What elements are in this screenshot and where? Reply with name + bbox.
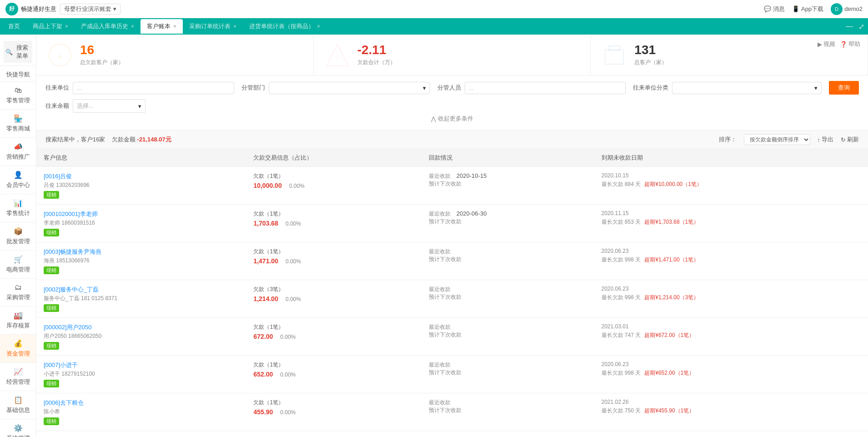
tab-maximize-button[interactable]: ⤢ bbox=[857, 22, 866, 31]
collapse-filter-button[interactable]: ⋀ 收起更多条件 bbox=[45, 113, 859, 125]
sidebar-item-member[interactable]: 👤 会员中心 bbox=[0, 166, 36, 194]
app-download-button[interactable]: 📱 App下载 bbox=[792, 5, 823, 13]
next-payment-label-5: 预计下次收款 bbox=[429, 369, 587, 377]
sidebar-item-retail-mgmt[interactable]: 🛍 零售管理 bbox=[0, 82, 36, 110]
overdue-amount-link-2[interactable]: 超期¥1,471.00（1笔） bbox=[644, 256, 699, 264]
svg-text:¥: ¥ bbox=[58, 53, 62, 60]
tab-produce[interactable]: 产成品入库单历史 × bbox=[75, 19, 140, 34]
due-date-4: 2021.03.01 bbox=[602, 323, 861, 330]
filter-row-1: 往来单位 ... 分管部门 ▾ 分管人员 ... bbox=[45, 81, 859, 95]
tab-home[interactable]: 首页 bbox=[2, 19, 26, 34]
retail-mgmt-icon: 🛍 bbox=[2, 86, 34, 95]
tab-goods[interactable]: 商品上下架 × bbox=[26, 19, 75, 34]
help-action-button[interactable]: ❓ 帮助 bbox=[840, 40, 860, 48]
search-button[interactable]: 查询 bbox=[829, 81, 859, 95]
tab-close-customer[interactable]: × bbox=[173, 23, 176, 30]
sidebar-item-ecommerce[interactable]: 🛒 电商管理 bbox=[0, 251, 36, 279]
filter-row-2: 往来余额 选择... ▾ bbox=[45, 99, 859, 113]
overdue-amount-link-0[interactable]: 超期¥10,000.00（1笔） bbox=[644, 181, 702, 188]
stat-card-debt-customers: ¥ 16 总欠款客户（家） bbox=[36, 35, 314, 75]
sidebar-item-warehouse[interactable]: 🏭 库存核算 bbox=[0, 306, 36, 335]
table-row: [0007]小进干 小进干 18279152100 现销 欠款（1笔） 652.… bbox=[36, 356, 868, 393]
cell-payment-3: 最近收款 预计下次收款 bbox=[421, 280, 594, 318]
video-action-button[interactable]: ▶ 视频 bbox=[818, 40, 835, 48]
table-row: [0003]畅捷服务尹海燕 海燕 18513066976 现销 欠款（1笔） 1… bbox=[36, 242, 868, 280]
cell-due-2: 2020.06.23 最长欠款 998 天 超期¥1,471.00（1笔） bbox=[594, 242, 868, 280]
customer-name-link-1[interactable]: [0001020001]李老师 bbox=[44, 211, 98, 217]
tab-close-purchase[interactable]: × bbox=[233, 23, 236, 30]
sidebar-item-retail-stats[interactable]: 📊 零售统计 bbox=[0, 194, 36, 222]
tab-close-produce[interactable]: × bbox=[131, 23, 134, 30]
tab-close-incoming[interactable]: × bbox=[317, 23, 320, 30]
top-bar-right: 💬 消息 📱 App下载 D demo2 bbox=[764, 3, 863, 15]
sidebar-quick-nav[interactable]: 快捷导航 bbox=[0, 68, 36, 82]
tab-minimize-button[interactable]: — bbox=[844, 22, 855, 31]
sidebar-item-retail-mall[interactable]: 🏪 零售商城 bbox=[0, 110, 36, 138]
sort-label: 排序： bbox=[719, 136, 737, 144]
sidebar-item-batch-mgmt[interactable]: 📦 批发管理 bbox=[0, 222, 36, 251]
search-menu-button[interactable]: 🔍 搜索菜单 bbox=[4, 41, 32, 63]
sort-select[interactable]: 按欠款金额倒序排序 bbox=[744, 134, 810, 145]
debt-amount-4: 672.00 bbox=[253, 333, 273, 340]
ecommerce-icon: 🛒 bbox=[2, 255, 34, 264]
filter-input-category[interactable]: ▾ bbox=[672, 82, 822, 94]
filter-input-dept[interactable]: ▾ bbox=[269, 82, 430, 94]
tab-customer[interactable]: 客户账本 × bbox=[140, 19, 183, 34]
stat-icon-total-customers bbox=[602, 42, 627, 68]
result-bar: 搜索结果中，客户16家 欠款金额 -21,148.07元 排序： 按欠款金额倒序… bbox=[36, 131, 868, 149]
overdue-amount-link-3[interactable]: 超期¥1,214.00（3笔） bbox=[644, 294, 699, 301]
tab-purchase[interactable]: 采购订单统计表 × bbox=[183, 19, 243, 34]
table-container: 客户信息 欠款交易信息（占比） 回款情况 到期未收款日期 [0016]吕俊 吕俊… bbox=[36, 149, 868, 437]
customer-name-link-3[interactable]: [0002]服务中心_丁磊 bbox=[44, 286, 99, 293]
filter-label-category: 往来单位分类 bbox=[633, 84, 668, 92]
filter-label-person: 分管人员 bbox=[437, 84, 461, 92]
stat-card-debt-amount: ◇ -2.11 欠款合计（万） bbox=[314, 35, 591, 75]
customer-contact-0: 吕俊 13026203696 bbox=[44, 181, 239, 189]
tab-close-goods[interactable]: × bbox=[65, 23, 68, 30]
overdue-amount-link-1[interactable]: 超期¥1,703.68（1笔） bbox=[644, 218, 699, 226]
overdue-amount-link-4[interactable]: 超期¥672.00（1笔） bbox=[644, 332, 694, 339]
customer-name-link-4[interactable]: [000002]用户2050 bbox=[44, 324, 92, 331]
message-button[interactable]: 💬 消息 bbox=[764, 5, 785, 13]
customer-name-link-0[interactable]: [0016]吕俊 bbox=[44, 173, 72, 180]
refresh-button[interactable]: ↻ 刷新 bbox=[841, 136, 859, 144]
filter-input-person[interactable]: ... bbox=[465, 82, 626, 94]
overdue-amount-link-5[interactable]: 超期¥652.00（1笔） bbox=[644, 369, 694, 377]
col-header-due-date: 到期未收款日期 bbox=[594, 149, 868, 167]
customer-name-link-5[interactable]: [0007]小进干 bbox=[44, 362, 78, 368]
app-icon: 📱 bbox=[792, 5, 799, 12]
cell-customer-3: [0002]服务中心_丁磊 服务中心_丁磊 181 0125 8371 现销 bbox=[36, 280, 246, 318]
debt-percent-0: 0.00% bbox=[289, 183, 305, 189]
filter-input-unit[interactable]: ... bbox=[73, 82, 234, 94]
user-menu[interactable]: D demo2 bbox=[831, 3, 863, 15]
cell-due-6: 2021.02.26 最长欠款 750 天 超期¥455.90（1笔） bbox=[594, 393, 868, 431]
filter-input-balance[interactable]: 选择... ▾ bbox=[73, 99, 146, 113]
customer-name-link-6[interactable]: [0006]去下粮仓 bbox=[44, 399, 84, 406]
customer-tag-0: 现销 bbox=[44, 191, 59, 199]
customer-name-link-2[interactable]: [0003]畅捷服务尹海燕 bbox=[44, 248, 101, 255]
sidebar-item-sys-mgmt[interactable]: ⚙️ 系统管理 bbox=[0, 419, 36, 437]
sidebar-item-finance[interactable]: 💰 资金管理 bbox=[0, 335, 36, 363]
store-selector[interactable]: 母婴行业演示账套 ▾ bbox=[60, 4, 120, 15]
customer-contact-1: 李老师 18600391516 bbox=[44, 219, 239, 227]
stat-value-debt-customers: 16 bbox=[80, 43, 302, 57]
filter-item-dept: 分管部门 ▾ bbox=[241, 82, 430, 94]
sidebar-item-marketing[interactable]: 📣 营销推广 bbox=[0, 138, 36, 166]
logo-text: 畅捷通好生意 bbox=[21, 5, 56, 13]
overdue-days-5: 最长欠款 998 天 bbox=[602, 369, 641, 377]
sidebar-item-basic-info[interactable]: 📋 基础信息 bbox=[0, 391, 36, 419]
sys-mgmt-icon: ⚙️ bbox=[2, 424, 34, 432]
export-button[interactable]: ↑ 导出 bbox=[818, 136, 834, 144]
tab-incoming[interactable]: 进货单统计表（按商品） × bbox=[243, 19, 326, 34]
filter-input-unit-placeholder: ... bbox=[77, 85, 82, 91]
debt-total-value: -21,148.07元 bbox=[137, 136, 171, 143]
stat-icon-debt-amount: ◇ bbox=[325, 42, 350, 68]
filter-item-unit: 往来单位 ... bbox=[45, 82, 234, 94]
overdue-amount-link-6[interactable]: 超期¥455.90（1笔） bbox=[644, 407, 694, 415]
message-icon: 💬 bbox=[764, 5, 771, 12]
customer-contact-5: 小进干 18279152100 bbox=[44, 370, 239, 378]
sidebar-item-purchase[interactable]: 🗂 采购管理 bbox=[0, 279, 36, 306]
cell-debt-5: 欠款（1笔） 652.00 0.00% bbox=[246, 356, 421, 393]
sidebar-item-operation[interactable]: 📈 经营管理 bbox=[0, 363, 36, 391]
chevron-down-icon-balance: ▾ bbox=[138, 103, 141, 110]
